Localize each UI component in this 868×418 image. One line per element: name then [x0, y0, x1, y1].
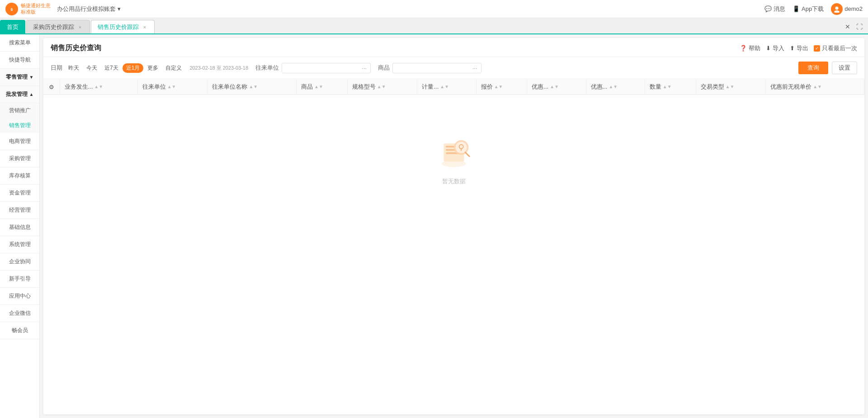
counterparty-dots[interactable]: ···	[362, 65, 367, 71]
page-header: 销售历史价查询 ❓ 帮助 ⬇ 导入 ⬆ 导出 ✓	[43, 38, 864, 57]
sidebar-item-basic-info[interactable]: 基础信息	[0, 219, 39, 236]
help-btn[interactable]: ❓ 帮助	[740, 44, 760, 52]
import-icon: ⬇	[766, 45, 771, 52]
settings-gear-icon[interactable]: ⚙	[49, 84, 54, 90]
col-spec[interactable]: 规格型号 ▲▼	[347, 79, 417, 95]
sidebar-item-enterprise-collab[interactable]: 企业协同	[0, 253, 39, 271]
maximize-btn[interactable]: ⛶	[854, 22, 864, 32]
sort-icon-pretax-price: ▲▼	[813, 85, 822, 89]
empty-icon	[434, 131, 474, 172]
sidebar-item-search-menu[interactable]: 搜索菜单	[0, 34, 39, 52]
product-dots[interactable]: ···	[472, 65, 477, 71]
col-discount2[interactable]: 优惠... ▲▼	[586, 79, 645, 95]
svg-point-3	[834, 10, 840, 13]
settings-btn[interactable]: 设置	[832, 62, 857, 74]
col-discount1[interactable]: 优惠... ▲▼	[527, 79, 586, 95]
date-label: 日期	[51, 64, 62, 72]
sidebar-item-app-center[interactable]: 应用中心	[0, 288, 39, 305]
top-header: 6 畅捷通好生意 标准版 办公用品行业模拟账套 ▾ 💬 消息 📱 App下载 d…	[0, 0, 868, 18]
col-product[interactable]: 商品 ▲▼	[297, 79, 348, 95]
sidebar-item-vip[interactable]: 畅会员	[0, 322, 39, 339]
table-header-row: ⚙ 业务发生... ▲▼ 往来单位	[43, 79, 864, 95]
tab-close-sales[interactable]: ×	[142, 24, 148, 30]
sidebar-item-quick-nav[interactable]: 快捷导航	[0, 52, 39, 69]
sidebar-item-sales-mgmt[interactable]: 销售管理	[0, 118, 39, 133]
app-selector[interactable]: 办公用品行业模拟账套 ▾	[54, 4, 123, 14]
sidebar-item-inventory[interactable]: 库存核算	[0, 167, 39, 185]
counterparty-input-wrapper: ···	[282, 63, 371, 73]
product-label: 商品	[378, 64, 390, 72]
sort-icon-trade-type: ▲▼	[726, 85, 735, 89]
col-settings[interactable]: ⚙	[43, 79, 60, 95]
app-download-btn[interactable]: 📱 App下载	[793, 5, 824, 13]
export-btn[interactable]: ⬆ 导出	[790, 44, 808, 52]
col-quantity[interactable]: 数量 ▲▼	[645, 79, 696, 95]
sidebar-item-operations[interactable]: 经营管理	[0, 202, 39, 219]
message-btn[interactable]: 💬 消息	[764, 5, 785, 13]
sort-icon-product: ▲▼	[314, 85, 323, 89]
sort-icon-quoted-price: ▲▼	[494, 85, 503, 89]
tab-home[interactable]: 首页	[0, 20, 25, 33]
tab-sales-history[interactable]: 销售历史价跟踪 ×	[91, 20, 155, 33]
counterparty-filter-group: 往来单位 ···	[255, 63, 371, 73]
sidebar-item-wholesale-mgmt[interactable]: 批发管理 ▲	[0, 86, 39, 103]
wholesale-mgmt-label: 批发管理	[6, 90, 28, 98]
counterparty-label: 往来单位	[255, 64, 279, 72]
header-left: 6 畅捷通好生意 标准版 办公用品行业模拟账套 ▾	[5, 3, 123, 15]
empty-state: 暂无数据	[43, 95, 864, 222]
sort-icon-counterparty-name: ▲▼	[249, 85, 258, 89]
date-btn-custom[interactable]: 自定义	[162, 63, 185, 73]
close-all-tabs-btn[interactable]: ✕	[843, 22, 853, 32]
tab-close-purchase[interactable]: ×	[77, 24, 83, 30]
sidebar-item-retail-mgmt[interactable]: 零售管理 ▼	[0, 69, 39, 86]
col-quoted-price[interactable]: 报价 ▲▼	[476, 79, 527, 95]
col-biz-date[interactable]: 业务发生... ▲▼	[60, 79, 137, 95]
product-filter-group: 商品 ···	[378, 63, 481, 73]
col-counterparty-code[interactable]: 往来单位 ▲▼	[137, 79, 208, 95]
date-btn-yesterday[interactable]: 昨天	[65, 63, 82, 73]
tab-bar: 首页 采购历史价跟踪 × 销售历史价跟踪 × ✕ ⛶	[0, 18, 868, 34]
svg-text:6: 6	[10, 7, 13, 12]
sidebar-item-system[interactable]: 系统管理	[0, 236, 39, 253]
only-last-checkbox[interactable]: ✓	[814, 45, 820, 52]
import-btn[interactable]: ⬇ 导入	[766, 44, 784, 52]
date-btn-more[interactable]: 更多	[144, 63, 161, 73]
logo-text: 畅捷通好生意 标准版	[21, 3, 51, 14]
sort-icon-discount2: ▲▼	[609, 85, 618, 89]
sidebar-item-purchase[interactable]: 采购管理	[0, 150, 39, 167]
wholesale-caret-icon: ▲	[29, 92, 34, 97]
sort-icon-unit: ▲▼	[440, 85, 449, 89]
page-title: 销售历史价查询	[51, 43, 101, 53]
col-counterparty-name[interactable]: 往来单位名称 ▲▼	[208, 79, 297, 95]
sidebar-item-enterprise-wechat[interactable]: 企业微信	[0, 305, 39, 322]
col-trade-type[interactable]: 交易类型 ▲▼	[696, 79, 766, 95]
svg-point-2	[835, 6, 839, 10]
date-btn-7days[interactable]: 近7天	[101, 63, 122, 73]
content-area: 销售历史价查询 ❓ 帮助 ⬇ 导入 ⬆ 导出 ✓	[40, 34, 868, 418]
filter-row: 日期 昨天 今天 近7天 近1月 更多 自定义 2023-02-18 至 202…	[43, 57, 864, 79]
svg-line-11	[465, 152, 469, 157]
search-menu-label: 搜索菜单	[9, 39, 31, 47]
user-area[interactable]: demo2	[831, 3, 863, 15]
sidebar-item-finance[interactable]: 资金管理	[0, 185, 39, 202]
purchase-history-tab-label: 采购历史价跟踪	[33, 23, 74, 31]
col-pretax-price[interactable]: 优惠前无税单价 ▲▼	[766, 79, 864, 95]
counterparty-input[interactable]	[286, 65, 362, 71]
date-btn-today[interactable]: 今天	[83, 63, 100, 73]
filter-actions: 查询 设置	[798, 62, 857, 74]
sort-icon-quantity: ▲▼	[663, 85, 672, 89]
product-input[interactable]	[396, 65, 472, 71]
sidebar-item-new-guide[interactable]: 新手引导	[0, 271, 39, 288]
only-last-checkbox-label[interactable]: ✓ 只看最后一次	[814, 44, 857, 52]
tab-purchase-history[interactable]: 采购历史价跟踪 ×	[26, 20, 90, 33]
page-container: 销售历史价查询 ❓ 帮助 ⬇ 导入 ⬆ 导出 ✓	[43, 38, 864, 414]
avatar	[831, 3, 843, 15]
col-unit[interactable]: 计量... ▲▼	[417, 79, 476, 95]
sidebar-item-marketing[interactable]: 营销推广	[0, 103, 39, 118]
date-range-buttons: 昨天 今天 近7天 近1月 更多 自定义	[65, 63, 185, 73]
tab-bar-right: ✕ ⛶	[843, 22, 868, 33]
sort-icon-counterparty-code: ▲▼	[167, 85, 176, 89]
date-btn-1month[interactable]: 近1月	[123, 63, 144, 73]
sidebar-item-ecommerce[interactable]: 电商管理	[0, 133, 39, 150]
query-btn[interactable]: 查询	[798, 62, 828, 74]
